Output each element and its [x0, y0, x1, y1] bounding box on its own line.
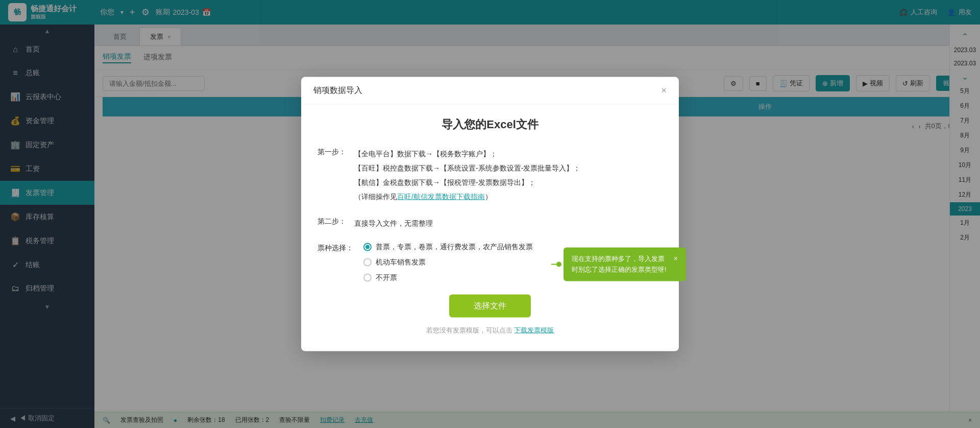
- step2-content: 直接导入文件，无需整理: [354, 216, 433, 230]
- step2: 第二步： 直接导入文件，无需整理: [317, 216, 663, 230]
- download-template-link[interactable]: 下载发票模版: [514, 326, 554, 334]
- invoice-type-label: 票种选择：: [317, 244, 353, 282]
- footer-prefix: 若您没有发票模版，可以点击: [426, 326, 512, 334]
- tooltip-close-btn[interactable]: ×: [674, 253, 678, 264]
- hint-suffix: ）: [485, 193, 492, 201]
- step1: 第一步： 【全电平台】数据下载→【税务数字账户】； 【百旺】税控盘数据下载→【系…: [317, 147, 663, 204]
- step1-content: 【全电平台】数据下载→【税务数字账户】； 【百旺】税控盘数据下载→【系统设置-系…: [354, 147, 580, 204]
- radio-group: 普票，专票，卷票，通行费发票，农产品销售发票 机动车销售发票 不开票 ×: [363, 243, 533, 282]
- radio-general[interactable]: 普票，专票，卷票，通行费发票，农产品销售发票: [363, 243, 533, 252]
- step1-line2: 【百旺】税控盘数据下载→【系统设置-系统参数设置-发票批量导入】；: [354, 161, 580, 175]
- invoice-type-section: 票种选择： 普票，专票，卷票，通行费发票，农产品销售发票 机动车销售发票 不开票: [317, 243, 663, 282]
- step2-label: 第二步：: [317, 217, 346, 230]
- tooltip-bubble: × 现在支持的票种多了，导入发票时别忘了选择正确的发票类型呀!: [564, 248, 686, 281]
- radio-vehicle[interactable]: 机动车销售发票: [363, 258, 533, 267]
- modal-title: 销项数据导入: [313, 85, 362, 96]
- modal-body: 导入您的Excel文件 第一步： 【全电平台】数据下载→【税务数字账户】； 【百…: [301, 105, 679, 351]
- step1-label: 第一步：: [317, 148, 346, 204]
- step1-line3: 【航信】金税盘数据下载→【报税管理-发票数据导出】；: [354, 175, 580, 189]
- radio-none-circle: [363, 274, 372, 282]
- radio-vehicle-circle: [363, 258, 372, 267]
- modal-close-btn[interactable]: ×: [661, 85, 667, 96]
- radio-vehicle-label: 机动车销售发票: [376, 258, 426, 267]
- modal-footer: 若您没有发票模版，可以点击 下载发票模版: [317, 326, 663, 335]
- modal-main-title: 导入您的Excel文件: [317, 117, 663, 132]
- step1-hint: （详细操作见百旺/航信发票数据下载指南）: [354, 189, 580, 204]
- step1-line1: 【全电平台】数据下载→【税务数字账户】；: [354, 147, 580, 161]
- import-modal: 销项数据导入 × 导入您的Excel文件 第一步： 【全电平台】数据下载→【税务…: [301, 77, 679, 351]
- radio-general-circle: [363, 243, 372, 251]
- tooltip-text: 现在支持的票种多了，导入发票时别忘了选择正确的发票类型呀!: [572, 255, 667, 273]
- radio-general-label: 普票，专票，卷票，通行费发票，农产品销售发票: [376, 243, 533, 252]
- hint-prefix: （详细操作见: [354, 193, 397, 201]
- hint-link[interactable]: 百旺/航信发票数据下载指南: [397, 193, 485, 201]
- radio-none[interactable]: 不开票: [363, 273, 533, 282]
- radio-none-label: 不开票: [376, 273, 397, 282]
- select-file-btn[interactable]: 选择文件: [449, 295, 531, 318]
- modal-header: 销项数据导入 ×: [301, 77, 679, 105]
- tooltip-container: × 现在支持的票种多了，导入发票时别忘了选择正确的发票类型呀!: [551, 248, 686, 281]
